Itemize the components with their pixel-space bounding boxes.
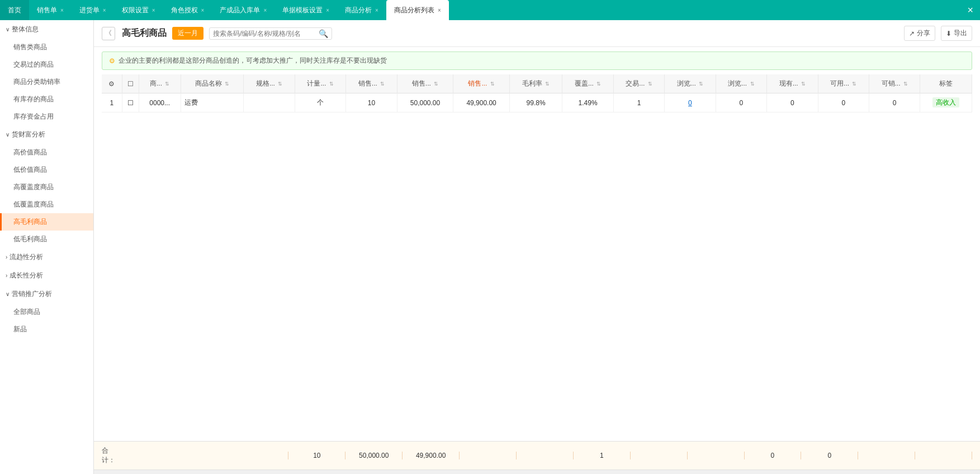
footer-current-stock: 0 bbox=[745, 452, 802, 459]
cell-name: 运费 bbox=[181, 93, 244, 112]
close-product-analysis-icon[interactable]: × bbox=[375, 7, 378, 13]
footer-coverage bbox=[517, 452, 574, 459]
sidebar-item-category-rate[interactable]: 商品分类助销率 bbox=[0, 73, 93, 91]
col-spec[interactable]: 规格... ⇅ bbox=[244, 74, 295, 93]
col-available[interactable]: 可用... ⇅ bbox=[818, 74, 869, 93]
cell-current-stock: 0 bbox=[767, 93, 818, 112]
sidebar-item-stock-capital[interactable]: 库存资金占用 bbox=[0, 108, 93, 125]
sidebar-item-all-goods[interactable]: 全部商品 bbox=[0, 303, 93, 321]
sidebar-group-growth[interactable]: › 成长性分析 bbox=[0, 266, 93, 285]
close-product-inbound-icon[interactable]: × bbox=[263, 7, 267, 13]
nav-home[interactable]: 首页 bbox=[0, 0, 29, 20]
sidebar-item-low-coverage[interactable]: 低覆盖度商品 bbox=[0, 196, 93, 213]
sort-icon: ⇅ bbox=[278, 81, 282, 87]
cell-coverage: 1.49% bbox=[562, 93, 613, 112]
sidebar-item-traded-goods[interactable]: 交易过的商品 bbox=[0, 56, 93, 73]
settings-icon[interactable]: ⚙ bbox=[108, 80, 115, 88]
export-button[interactable]: ⬇ 导出 bbox=[941, 26, 972, 41]
sidebar-item-in-stock[interactable]: 有库存的商品 bbox=[0, 91, 93, 108]
footer-gross-margin bbox=[460, 452, 517, 459]
sidebar-group-overall[interactable]: ∨ 整体信息 bbox=[0, 20, 93, 39]
footer-spacer bbox=[132, 452, 289, 459]
col-name[interactable]: 商品名称 ⇅ bbox=[181, 74, 244, 93]
nav-template-settings[interactable]: 单据模板设置 × bbox=[274, 0, 337, 20]
close-template-icon[interactable]: × bbox=[326, 7, 329, 13]
nav-product-analysis[interactable]: 商品分析 × bbox=[337, 0, 386, 20]
nav-product-inbound[interactable]: 产成品入库单 × bbox=[212, 0, 274, 20]
nav-purchase[interactable]: 进货单 × bbox=[72, 0, 114, 20]
sidebar-group-marketing[interactable]: ∨ 营销推广分析 bbox=[0, 285, 93, 303]
sidebar: ∨ 整体信息 销售类商品 交易过的商品 商品分类助销率 有库存的商品 库存资金占… bbox=[0, 20, 94, 474]
sidebar-item-sales-goods[interactable]: 销售类商品 bbox=[0, 39, 93, 56]
sidebar-collapse-button[interactable]: 《 bbox=[102, 27, 115, 40]
search-icon[interactable]: 🔍 bbox=[319, 29, 328, 38]
col-code[interactable]: 商... ⇅ bbox=[139, 74, 181, 93]
table-row: 1 ☐ 0000... 运费 bbox=[102, 93, 972, 112]
close-product-analysis-list-icon[interactable]: × bbox=[438, 7, 441, 13]
share-icon: ↗ bbox=[909, 30, 915, 37]
sidebar-item-high-margin[interactable]: 高毛利商品 bbox=[0, 213, 93, 231]
share-button[interactable]: ↗ 分享 bbox=[904, 26, 935, 41]
cell-checkbox[interactable]: ☐ bbox=[122, 93, 139, 112]
window-close-button[interactable]: × bbox=[960, 4, 980, 16]
row-checkbox-icon[interactable]: ☐ bbox=[127, 99, 134, 107]
sort-icon: ⇅ bbox=[165, 81, 169, 87]
cell-unit: 个 bbox=[295, 93, 345, 112]
sort-icon: ⇅ bbox=[852, 81, 856, 87]
close-purchase-icon[interactable]: × bbox=[103, 7, 106, 13]
horizontal-scrollbar[interactable] bbox=[94, 470, 980, 474]
col-unit[interactable]: 计量... ⇅ bbox=[295, 74, 345, 93]
header-actions: ↗ 分享 ⬇ 导出 bbox=[904, 26, 972, 41]
close-sales-order-icon[interactable]: × bbox=[60, 7, 64, 13]
sidebar-group-flow[interactable]: › 流趋性分析 bbox=[0, 248, 93, 266]
cell-sales-amount: 50,000.00 bbox=[397, 93, 453, 112]
nav-role-auth[interactable]: 角色授权 × bbox=[163, 0, 212, 20]
col-sales-qty[interactable]: 销售... ⇅ bbox=[346, 74, 397, 93]
filter-period-button[interactable]: 近一月 bbox=[172, 27, 203, 40]
col-saleable[interactable]: 可销... ⇅ bbox=[869, 74, 920, 93]
col-current-stock[interactable]: 现有... ⇅ bbox=[767, 74, 818, 93]
sidebar-item-low-margin[interactable]: 低毛利商品 bbox=[0, 231, 93, 248]
sort-icon: ⇅ bbox=[380, 81, 385, 87]
data-table: ⚙ ☐ 商... ⇅ 商品名称 ⇅ bbox=[102, 74, 972, 112]
sort-icon: ⇅ bbox=[490, 81, 495, 87]
sidebar-item-high-value[interactable]: 高价值商品 bbox=[0, 144, 93, 161]
nav-product-analysis-list[interactable]: 商品分析列表 × bbox=[386, 0, 449, 20]
footer-browse1 bbox=[631, 452, 688, 459]
col-coverage[interactable]: 覆盖... ⇅ bbox=[562, 74, 613, 93]
sort-icon: ⇅ bbox=[225, 81, 229, 87]
page-title: 高毛利商品 bbox=[122, 27, 167, 39]
export-icon: ⬇ bbox=[946, 30, 951, 37]
col-sales-profit[interactable]: 销售... ⇅ bbox=[453, 74, 510, 93]
col-browse2[interactable]: 浏览... ⇅ bbox=[716, 74, 766, 93]
table-footer: 合计： 10 50,000.00 49,900.00 1 0 0 bbox=[94, 441, 980, 470]
sidebar-group-wealth[interactable]: ∨ 货财富分析 bbox=[0, 125, 93, 144]
col-settings[interactable]: ⚙ bbox=[102, 74, 122, 93]
checkbox-all[interactable]: ☐ bbox=[127, 80, 134, 88]
nav-permission[interactable]: 权限设置 × bbox=[114, 0, 163, 20]
total-label: 合计： bbox=[102, 446, 121, 465]
col-sales-amount[interactable]: 销售... ⇅ bbox=[397, 74, 453, 93]
sort-icon: ⇅ bbox=[648, 81, 652, 87]
col-browse1[interactable]: 浏览... ⇅ bbox=[665, 74, 716, 93]
footer-sales-profit: 49,900.00 bbox=[403, 452, 460, 459]
main-layout: ∨ 整体信息 销售类商品 交易过的商品 商品分类助销率 有库存的商品 库存资金占… bbox=[0, 20, 980, 474]
col-gross-margin[interactable]: 毛利率 ⇅ bbox=[509, 74, 562, 93]
nav-sales-order[interactable]: 销售单 × bbox=[29, 0, 72, 20]
sidebar-item-low-value[interactable]: 低价值商品 bbox=[0, 161, 93, 179]
search-box: 🔍 bbox=[209, 27, 332, 40]
cell-sales-profit: 49,900.00 bbox=[453, 93, 510, 112]
sidebar-item-new-goods[interactable]: 新品 bbox=[0, 321, 93, 338]
col-tag[interactable]: 标签 bbox=[920, 74, 972, 93]
search-input[interactable] bbox=[213, 30, 319, 37]
col-trade[interactable]: 交易... ⇅ bbox=[613, 74, 664, 93]
cell-spec bbox=[244, 93, 295, 112]
footer-sales-amount: 50,000.00 bbox=[345, 452, 403, 459]
close-permission-icon[interactable]: × bbox=[152, 7, 155, 13]
chevron-down-icon: ∨ bbox=[6, 26, 10, 32]
sidebar-item-high-coverage[interactable]: 高覆盖度商品 bbox=[0, 179, 93, 196]
sort-icon: ⇅ bbox=[903, 81, 908, 87]
cell-browse1[interactable]: 0 bbox=[665, 93, 716, 112]
close-role-auth-icon[interactable]: × bbox=[201, 7, 205, 13]
cell-trade: 1 bbox=[613, 93, 664, 112]
